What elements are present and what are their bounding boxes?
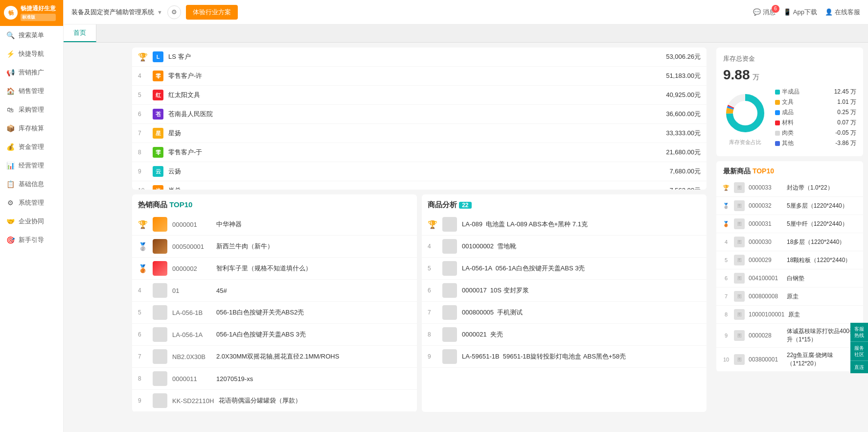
analysis-product-7[interactable]: 9 LA-59651-1B 59651-1B旋转投影灯电池盒 ABS黑色+58壳 (422, 346, 707, 368)
new-product-6[interactable]: 6 图 004100001 白钢垫 (716, 269, 863, 288)
stock-chart-label: 库存资金占比 (723, 139, 767, 146)
analysis-product-5[interactable]: 7 000800005 手机测试 (422, 302, 707, 324)
two-col-products: 热销商品 TOP10 🏆 0000001 中华神器 🥈 000500001 新西… (132, 194, 707, 412)
customer-avatar-2: 零 (153, 71, 163, 81)
product-analysis-title: 商品分析 22 (422, 194, 707, 214)
system-icon: ⚙ (6, 199, 15, 207)
logo-text: 畅捷通好生意 (21, 5, 56, 13)
float-buttons: 客服热线 服务社区 直连 (850, 323, 868, 373)
experience-button[interactable]: 体验行业方案 (186, 5, 238, 20)
new-product-7[interactable]: 7 图 000800008 原圭 (716, 288, 863, 306)
customer-rank-4[interactable]: 6 苍 苍南县人民医院 36,600.00元 (132, 105, 707, 124)
new-product-8[interactable]: 8 图 10000100001 原圭 (716, 306, 863, 324)
customer-ranking-scroll[interactable]: 🏆 L LS 客户 53,006.26元 4 零 零售客户-许 51,183.0… (132, 48, 707, 190)
gold-medal-icon: 🏆 (138, 52, 148, 62)
analysis-product-3[interactable]: 5 LA-056-1A 056-1A白色按键开关盖ABS 3壳 (422, 258, 707, 280)
system-name: 装备及固定资产辅助管理系统 (71, 8, 154, 17)
new-product-9[interactable]: 9 图 0000028 体诚荔枝味苏打饮品400毫升（1*15） (716, 324, 863, 348)
product-img-9 (153, 393, 167, 408)
new-product-5[interactable]: 5 图 0000029 18颗粒板（1220*2440） (716, 251, 863, 269)
system-selector[interactable]: 装备及固定资产辅助管理系统 ▼ (71, 8, 162, 17)
new-product-2[interactable]: 🥈 图 0000032 5厘多层（1220*2440） (716, 197, 863, 215)
app-download-button[interactable]: 📱 App下载 (783, 8, 817, 17)
new-product-10[interactable]: 10 图 003800001 22g鱼豆腐·烧烤味（1*12*20） (716, 348, 863, 372)
sidebar-item-finance[interactable]: 💰 资金管理 (0, 138, 63, 156)
stock-card: 库存总资金 9.88 万 (716, 48, 863, 156)
message-icon: 💬 (753, 8, 761, 16)
analysis-product-4[interactable]: 6 0000017 10S 变封罗浆 (422, 280, 707, 302)
sidebar-item-basic-info[interactable]: 📋 基础信息 (0, 175, 63, 193)
new-product-4[interactable]: 4 图 0000030 18多层（1220*2440） (716, 233, 863, 251)
hot-product-2[interactable]: 🥈 000500001 新西兰牛肉（新牛） (132, 236, 417, 258)
product-img-3 (153, 261, 167, 276)
product-img-4 (153, 283, 167, 298)
product-img-6 (153, 327, 167, 342)
analysis-product-1[interactable]: 🏆 LA-089 电池盖 LA-089 ABS本色+黑种 7.1克 (422, 214, 707, 236)
new-product-1[interactable]: 🏆 图 0000033 封边带（1.0*22） (716, 179, 863, 197)
product-img-8 (153, 371, 167, 386)
basic-info-icon: 📋 (6, 180, 15, 188)
sidebar-item-marketing[interactable]: 📢 营销推广 (0, 63, 63, 82)
legend-item-0: 半成品 12.45 万 (775, 88, 856, 96)
legend-item-3: 材料 0.07 万 (775, 119, 856, 127)
customer-ranking-card: 🏆 L LS 客户 53,006.26元 4 零 零售客户-许 51,183.0… (132, 48, 707, 190)
topbar-right: 💬 消息 6 📱 App下载 👤 在线客服 (753, 8, 860, 17)
customer-service-btn[interactable]: 客服热线 (850, 323, 868, 342)
silver-medal-icon: 🥈 (138, 242, 148, 251)
bronze-medal-icon: 🥉 (138, 264, 148, 273)
analysis-product-6[interactable]: 8 0000021 夹壳 (422, 324, 707, 346)
donut-chart-container: 库存资金占比 (723, 91, 767, 146)
sidebar-item-search[interactable]: 🔍 搜索菜单 (0, 26, 63, 45)
sidebar-item-system[interactable]: ⚙ 系统管理 (0, 193, 63, 212)
legend-dot-2 (775, 110, 780, 115)
np-img-1: 图 (734, 182, 745, 193)
np-img-8: 图 (734, 309, 745, 320)
finance-icon: 💰 (6, 143, 15, 151)
analysis-img-1 (442, 217, 457, 232)
product-img-7 (153, 349, 167, 364)
hot-product-3[interactable]: 🥉 0000002 智利车子里（规格不知道填什么） (132, 258, 417, 280)
customer-rank-5[interactable]: 7 星 星扬 33,333.00元 (132, 124, 707, 143)
sidebar-item-cooperation[interactable]: 🤝 企业协同 (0, 212, 63, 231)
customer-rank-1[interactable]: 🏆 L LS 客户 53,006.26元 (132, 48, 707, 67)
hot-product-1[interactable]: 🏆 0000001 中华神器 (132, 214, 417, 236)
customer-rank-7[interactable]: 9 云 云扬 7,680.00元 (132, 162, 707, 181)
direct-connect-btn[interactable]: 直连 (850, 361, 868, 373)
analysis-product-2[interactable]: 4 001000002 雪地靴 (422, 236, 707, 258)
customer-rank-6[interactable]: 8 零 零售客户-于 21,680.00元 (132, 143, 707, 162)
customer-rank-2[interactable]: 4 零 零售客户-许 51,183.00元 (132, 67, 707, 86)
sidebar-item-sales[interactable]: 🏠 销售管理 (0, 82, 63, 100)
analysis-img-4 (442, 283, 457, 298)
message-button[interactable]: 💬 消息 6 (753, 8, 776, 17)
customer-avatar-7: 云 (153, 166, 163, 177)
hot-product-5[interactable]: 5 LA-056-1B 056-1B白色按键开关壳ABS2壳 (132, 302, 417, 324)
new-product-3[interactable]: 🥉 图 0000031 5厘中纤（1220*2440） (716, 215, 863, 233)
np-img-6: 图 (734, 273, 745, 284)
hot-product-9[interactable]: 9 KK-SD22110H 花语萌偶温分罐罐袋（厚款） (132, 390, 417, 412)
customer-avatar-3: 红 (153, 90, 163, 100)
new-products-header: 最新商品 TOP10 (716, 161, 863, 179)
legend-item-4: 肉类 -0.05 万 (775, 129, 856, 137)
chevron-down-icon: ▼ (157, 9, 162, 15)
online-service-button[interactable]: 👤 在线客服 (825, 8, 860, 17)
sidebar-item-guide[interactable]: 🎯 新手引导 (0, 231, 63, 249)
sidebar-item-purchase[interactable]: 🛍 采购管理 (0, 100, 63, 119)
service-community-btn[interactable]: 服务社区 (850, 342, 868, 361)
hot-product-7[interactable]: 7 NB2.0X30B 2.0X30MM双摇花轴,摇花直径2.1MM/ROHS (132, 346, 417, 368)
analysis-img-7 (442, 349, 457, 364)
product-img-5 (153, 305, 167, 320)
np-img-3: 图 (734, 218, 745, 229)
customer-rank-3[interactable]: 5 红 红太阳文具 40,925.00元 (132, 86, 707, 105)
gear-icon: ⚙ (171, 8, 177, 16)
hot-product-4[interactable]: 4 01 45# (132, 280, 417, 302)
tab-home[interactable]: 首页 (64, 24, 96, 42)
settings-button[interactable]: ⚙ (167, 5, 181, 19)
customer-rank-8[interactable]: 10 肖 肖总 7,563.00元 (132, 181, 707, 190)
hot-product-6[interactable]: 6 LA-056-1A 056-1A白色按键开关盖ABS 3壳 (132, 324, 417, 346)
inventory-icon: 📦 (6, 124, 15, 132)
sidebar-item-inventory[interactable]: 📦 库存核算 (0, 119, 63, 138)
sidebar-item-quick-nav[interactable]: ⚡ 快捷导航 (0, 45, 63, 63)
sidebar-item-operation[interactable]: 📊 经营管理 (0, 156, 63, 175)
stock-chart-area: 库存资金占比 半成品 12.45 万 (723, 88, 856, 149)
hot-product-8[interactable]: 8 0000011 12070519-xs (132, 368, 417, 390)
